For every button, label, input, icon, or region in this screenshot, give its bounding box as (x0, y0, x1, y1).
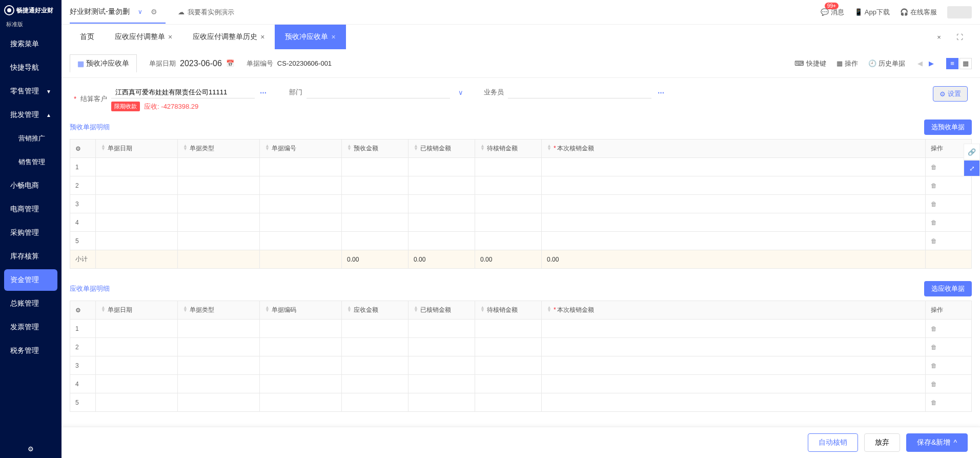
delete-icon[interactable]: 🗑 (931, 201, 937, 208)
attachment-button[interactable]: 🔗 (964, 144, 980, 160)
demo-link[interactable]: ☁ 我要看实例演示 (178, 8, 234, 17)
close-icon[interactable]: × (331, 33, 335, 41)
col-code[interactable]: ▲▼单据编码 (260, 301, 342, 320)
shortcut-link[interactable]: ⌨快捷键 (794, 59, 826, 68)
sales-field: 业务员 ⋯ (484, 86, 666, 98)
table-row[interactable]: 1🗑 (70, 158, 972, 176)
tab-adjustment-history[interactable]: 应收应付调整单历史× (182, 25, 275, 49)
nav-tax[interactable]: 税务管理 (0, 339, 62, 363)
nav-retail[interactable]: 零售管理▼ (0, 79, 62, 103)
table-row[interactable]: 4🗑 (70, 213, 972, 232)
settings-button[interactable]: ⚙设置 (933, 86, 968, 102)
delete-icon[interactable]: 🗑 (931, 362, 937, 369)
workspace-selector[interactable]: 好业财测试-量勿删 ∨ ⚙ (70, 7, 166, 24)
date-value[interactable]: 2023-06-06 (180, 59, 222, 68)
doc-title: ▦ 预收冲应收单 (70, 54, 137, 72)
select-prepay-button[interactable]: 选预收单据 (924, 120, 972, 135)
col-pending[interactable]: ▲▼待核销金额 (475, 140, 542, 158)
col-receivable-amt[interactable]: ▲▼应收金额 (342, 301, 409, 320)
expand-button[interactable]: ⤢ (964, 160, 980, 176)
table-row[interactable]: 5🗑 (70, 232, 972, 250)
form-row: * 结算客户 ⋯ 限期收款 应收: -4278398.29 (62, 78, 980, 115)
col-this-writeoff[interactable]: ▲▼*本次核销金额 (542, 301, 926, 320)
table-row[interactable]: 3🗑 (70, 356, 972, 375)
logo-icon (4, 5, 14, 15)
lookup-button[interactable]: ⋯ (656, 89, 666, 96)
calendar-icon[interactable]: 📅 (226, 59, 234, 67)
prepay-section: 预收单据明细 选预收单据 ⚙ ▲▼单据日期 ▲▼单据类型 ▲▼单据编号 ▲▼预收… (62, 115, 980, 269)
tab-adjustment[interactable]: 应收应付调整单× (105, 25, 182, 49)
nav-finance[interactable]: 资金管理 (4, 269, 57, 291)
tab-prepay-offset[interactable]: 预收冲应收单× (275, 25, 345, 49)
col-this-writeoff[interactable]: ▲▼*本次核销金额 (542, 140, 926, 158)
support-button[interactable]: 🎧 在线客服 (900, 8, 937, 17)
nav-wholesale[interactable]: 批发管理▲ (0, 103, 62, 127)
auto-writeoff-button[interactable]: 自动核销 (808, 433, 858, 452)
fullscreen-button[interactable]: ⛶ (951, 29, 968, 45)
chevron-down-icon: ▼ (46, 89, 51, 94)
nav-quick[interactable]: 快捷导航 (0, 56, 62, 79)
table-row[interactable]: 2🗑 (70, 338, 972, 356)
gear-icon[interactable]: ⚙ (75, 145, 81, 152)
table-row[interactable]: 2🗑 (70, 176, 972, 195)
nav-purchase[interactable]: 采购管理 (0, 221, 62, 245)
delete-icon[interactable]: 🗑 (931, 237, 937, 245)
table-row[interactable]: 1🗑 (70, 320, 972, 338)
lookup-button[interactable]: ⋯ (258, 89, 269, 96)
col-prepay-amt[interactable]: ▲▼预收金额 (342, 140, 409, 158)
history-link[interactable]: 🕘历史单据 (868, 59, 905, 68)
col-code[interactable]: ▲▼单据编号 (260, 140, 342, 158)
list-view-button[interactable]: ≡ (946, 58, 958, 69)
close-icon[interactable]: × (260, 33, 264, 41)
delete-icon[interactable]: 🗑 (931, 381, 937, 388)
code-label: 单据编号 (247, 59, 273, 68)
discard-button[interactable]: 放弃 (864, 433, 900, 452)
col-written-off[interactable]: ▲▼已核销金额 (409, 301, 475, 320)
gear-icon[interactable]: ⚙ (151, 8, 157, 16)
nav-invoice[interactable]: 发票管理 (0, 315, 62, 339)
col-type[interactable]: ▲▼单据类型 (178, 140, 260, 158)
col-written-off[interactable]: ▲▼已核销金额 (409, 140, 475, 158)
nav-ecommerce2[interactable]: 电商管理 (0, 197, 62, 221)
col-date[interactable]: ▲▼单据日期 (96, 301, 178, 320)
avatar[interactable] (947, 6, 972, 18)
card-view-button[interactable]: ▦ (959, 58, 972, 69)
sales-input[interactable] (508, 86, 651, 98)
delete-icon[interactable]: 🗑 (931, 325, 937, 332)
table-row[interactable]: 3🗑 (70, 195, 972, 213)
select-receivable-button[interactable]: 选应收单据 (924, 281, 972, 296)
logo: 畅捷通好业财 (0, 0, 62, 21)
prev-button[interactable]: ◀ (915, 58, 925, 68)
gear-icon[interactable]: ⚙ (75, 307, 81, 314)
close-all-button[interactable]: × (931, 29, 947, 45)
keyboard-icon: ⌨ (794, 59, 804, 67)
delete-icon[interactable]: 🗑 (931, 182, 937, 189)
delete-icon[interactable]: 🗑 (931, 344, 937, 351)
delete-icon[interactable]: 🗑 (931, 219, 937, 226)
delete-icon[interactable]: 🗑 (931, 164, 937, 171)
nav-search[interactable]: 搜索菜单 (0, 32, 62, 56)
customer-input[interactable] (111, 86, 255, 98)
nav-marketing[interactable]: 营销推广 (0, 127, 62, 150)
chevron-down-icon[interactable]: ∨ (458, 89, 463, 96)
table-row[interactable]: 4🗑 (70, 375, 972, 393)
nav-inventory[interactable]: 库存核算 (0, 245, 62, 268)
gear-icon[interactable]: ⚙ (28, 445, 34, 453)
nav-ecommerce1[interactable]: 小畅电商 (0, 174, 62, 197)
nav-sales[interactable]: 销售管理 (0, 150, 62, 174)
app-download-button[interactable]: 📱 App下载 (854, 8, 890, 17)
save-new-button[interactable]: 保存&新增^ (906, 433, 968, 452)
col-pending[interactable]: ▲▼待核销金额 (475, 301, 542, 320)
dept-input[interactable] (307, 86, 450, 98)
nav-ledger[interactable]: 总账管理 (0, 292, 62, 315)
tab-home[interactable]: 首页 (70, 25, 105, 49)
messages-button[interactable]: 99+ 💬 消息 (821, 8, 844, 17)
operations-link[interactable]: ▦操作 (836, 59, 858, 68)
close-icon[interactable]: × (168, 33, 172, 41)
col-type[interactable]: ▲▼单据类型 (178, 301, 260, 320)
col-date[interactable]: ▲▼单据日期 (96, 140, 178, 158)
table-row[interactable]: 5🗑 (70, 393, 972, 412)
next-button[interactable]: ▶ (927, 58, 936, 68)
delete-icon[interactable]: 🗑 (931, 399, 937, 406)
gear-icon: ⚙ (940, 90, 946, 98)
